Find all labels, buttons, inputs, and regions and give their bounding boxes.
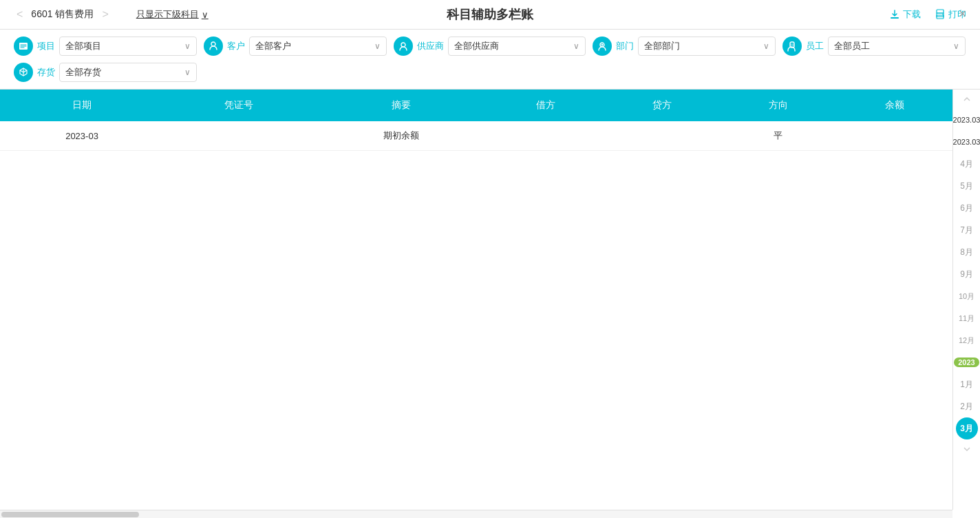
filter-department: 部门 全部部门 ∨ (593, 37, 776, 56)
page-title: 科目辅助多栏账 (447, 6, 533, 23)
supplier-select[interactable]: 全部供应商 ∨ (448, 37, 586, 56)
col-debit: 借方 (488, 90, 604, 121)
project-arrow: ∨ (184, 41, 191, 51)
department-value: 全部部门 (644, 40, 680, 52)
month-item-11[interactable]: 11月 (953, 307, 981, 329)
filter-employee: 员工 全部员工 ∨ (782, 37, 966, 56)
cell-direction: 平 (721, 121, 837, 151)
supplier-label: 供应商 (417, 40, 444, 52)
svg-rect-10 (790, 43, 794, 46)
month-item-range-end[interactable]: 2023.03 (953, 131, 981, 153)
col-direction: 方向 (721, 90, 837, 121)
close-button[interactable]: × (959, 7, 966, 21)
customer-value: 全部客户 (255, 40, 291, 52)
filter-inventory: 存货 全部存货 ∨ (14, 63, 197, 82)
horizontal-scrollbar[interactable] (0, 510, 952, 518)
month-item-range-start[interactable]: 2023.03 (953, 109, 981, 131)
main-content: 日期 凭证号 摘要 借方 贷方 方向 余额 2023-03 期初余额 (0, 90, 980, 510)
customer-arrow: ∨ (374, 41, 381, 51)
main-window: < 6601 销售费用 > 只显示下级科目 ∨ 科目辅助多栏账 下载 (0, 0, 980, 518)
col-voucher: 凭证号 (164, 90, 314, 121)
filter-project: 项目 全部项目 ∨ (14, 37, 197, 56)
project-select[interactable]: 全部项目 ∨ (59, 37, 197, 56)
employee-arrow: ∨ (953, 41, 959, 51)
customer-label: 客户 (227, 40, 245, 52)
table-header-row: 日期 凭证号 摘要 借方 贷方 方向 余额 (0, 90, 952, 121)
inventory-select[interactable]: 全部存货 ∨ (59, 63, 197, 82)
month-item-7[interactable]: 7月 (953, 219, 981, 241)
customer-select[interactable]: 全部客户 ∨ (249, 37, 387, 56)
download-icon (889, 9, 900, 20)
department-icon (593, 37, 612, 56)
col-balance: 余额 (836, 90, 952, 121)
account-code: 6601 销售费用 (31, 8, 94, 21)
employee-label: 员工 (806, 40, 824, 52)
department-label: 部门 (616, 40, 634, 52)
project-icon (14, 37, 33, 56)
download-label: 下载 (903, 8, 921, 21)
month-item-5[interactable]: 5月 (953, 175, 981, 197)
supplier-value: 全部供应商 (454, 40, 499, 52)
show-sub-arrow: ∨ (202, 10, 209, 20)
year-badge-label: 2023 (954, 358, 979, 367)
department-select[interactable]: 全部部门 ∨ (638, 37, 776, 56)
title-bar: < 6601 销售费用 > 只显示下级科目 ∨ 科目辅助多栏账 下载 (0, 0, 980, 30)
supplier-icon (394, 37, 413, 56)
department-arrow: ∨ (763, 41, 769, 51)
month-item-9[interactable]: 9月 (953, 263, 981, 285)
svg-point-6 (401, 43, 405, 47)
filter-customer: 客户 全部客户 ∨ (204, 37, 387, 56)
col-credit: 贷方 (604, 90, 721, 121)
title-left: < 6601 销售费用 > 只显示下级科目 ∨ (14, 7, 209, 22)
inventory-label: 存货 (37, 66, 55, 79)
project-value: 全部项目 (65, 40, 101, 52)
month-item-4[interactable]: 4月 (953, 153, 981, 175)
month-item-2[interactable]: 2月 (953, 395, 981, 417)
show-sub-toggle[interactable]: 只显示下级科目 ∨ (136, 8, 209, 21)
title-right: 下载 打印 (889, 8, 966, 21)
customer-icon (204, 37, 223, 56)
show-sub-label: 只显示下级科目 (136, 8, 199, 21)
supplier-arrow: ∨ (573, 41, 579, 51)
data-table: 日期 凭证号 摘要 借方 贷方 方向 余额 2023-03 期初余额 (0, 90, 952, 151)
next-button[interactable]: > (99, 7, 111, 22)
project-label: 项目 (37, 40, 55, 52)
employee-value: 全部员工 (834, 40, 870, 52)
col-date: 日期 (0, 90, 164, 121)
month-nav-down-button[interactable] (953, 439, 981, 459)
table-container[interactable]: 日期 凭证号 摘要 借方 贷方 方向 余额 2023-03 期初余额 (0, 90, 952, 510)
svg-point-5 (211, 42, 215, 46)
cell-balance (836, 121, 952, 151)
inventory-icon (14, 63, 33, 82)
cell-summary: 期初余额 (314, 121, 488, 151)
svg-rect-1 (937, 10, 944, 13)
month-item-8[interactable]: 8月 (953, 241, 981, 263)
svg-rect-0 (891, 17, 899, 19)
filter-bar: 项目 全部项目 ∨ 客户 全部客户 ∨ (0, 30, 980, 90)
employee-icon (782, 37, 802, 56)
cell-date: 2023-03 (0, 121, 164, 151)
cell-debit (488, 121, 604, 151)
month-item-3-active[interactable]: 3月 (956, 417, 978, 439)
year-badge-2023[interactable]: 2023 (953, 351, 981, 373)
month-item-12[interactable]: 12月 (953, 329, 981, 351)
svg-point-3 (942, 14, 944, 15)
month-nav: 2023.03 2023.03 4月 5月 6月 7月 8月 9月 10月 11… (952, 90, 980, 510)
month-nav-up-button[interactable] (953, 90, 981, 109)
month-item-1[interactable]: 1月 (953, 373, 981, 395)
col-summary: 摘要 (314, 90, 488, 121)
svg-point-8 (601, 44, 604, 46)
print-icon (935, 9, 946, 20)
filter-supplier: 供应商 全部供应商 ∨ (394, 37, 586, 56)
prev-button[interactable]: < (14, 7, 25, 22)
cell-voucher (164, 121, 314, 151)
employee-select[interactable]: 全部员工 ∨ (828, 37, 966, 56)
month-item-10[interactable]: 10月 (953, 285, 981, 307)
download-button[interactable]: 下载 (889, 8, 921, 21)
inventory-arrow: ∨ (184, 68, 191, 77)
inventory-value: 全部存货 (65, 66, 101, 79)
cell-credit (604, 121, 721, 151)
scroll-thumb (1, 512, 139, 517)
month-item-6[interactable]: 6月 (953, 197, 981, 219)
table-row: 2023-03 期初余额 平 (0, 121, 952, 151)
